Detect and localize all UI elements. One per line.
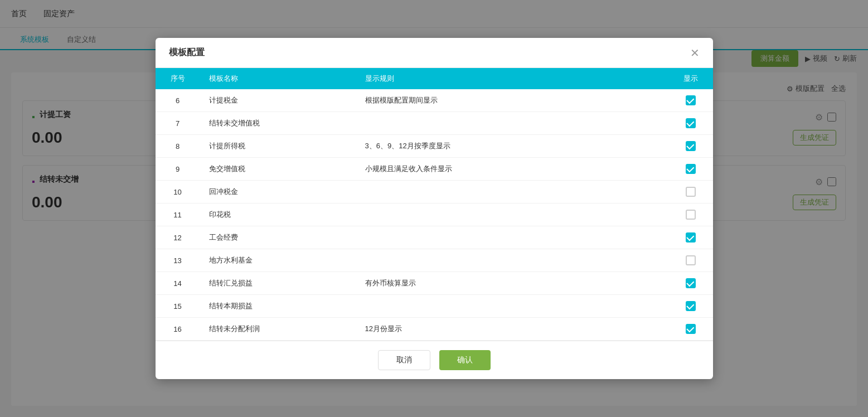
cell-name: 印花税 (200, 203, 356, 226)
cell-id: 14 (156, 272, 200, 295)
cell-checkbox[interactable] (668, 181, 713, 203)
table-row: 8 计提所得税 3、6、9、12月按季度显示 (156, 135, 713, 158)
table-row: 14 结转汇兑损益 有外币核算显示 (156, 272, 713, 295)
cell-name: 工会经费 (200, 226, 356, 249)
cell-name: 结转汇兑损益 (200, 272, 356, 295)
table-row: 6 计提税金 根据模版配置期间显示 (156, 89, 713, 112)
cell-rule (356, 226, 668, 249)
cell-checkbox[interactable] (668, 89, 713, 112)
modal-body: 序号 模板名称 显示规则 显示 6 计提税金 根据模版配置期间显示 7 结转未交… (156, 68, 713, 341)
cell-name: 计提所得税 (200, 135, 356, 158)
modal-footer: 取消 确认 (156, 341, 713, 379)
cell-name: 地方水利基金 (200, 249, 356, 272)
cell-name: 结转本期损益 (200, 295, 356, 318)
row-checkbox[interactable] (686, 118, 696, 128)
cell-checkbox[interactable] (668, 318, 713, 341)
cancel-button[interactable]: 取消 (378, 350, 430, 370)
cell-name: 免交增值税 (200, 158, 356, 181)
table-row: 10 回冲税金 (156, 181, 713, 203)
col-header-rule: 显示规则 (356, 68, 668, 89)
col-header-display: 显示 (668, 68, 713, 89)
cell-id: 12 (156, 226, 200, 249)
cell-checkbox[interactable] (668, 158, 713, 181)
row-checkbox[interactable] (686, 164, 696, 174)
modal-close-button[interactable]: ✕ (690, 47, 700, 59)
col-header-name: 模板名称 (200, 68, 356, 89)
cell-name: 结转未分配利润 (200, 318, 356, 341)
cell-checkbox[interactable] (668, 295, 713, 318)
cell-id: 11 (156, 203, 200, 226)
cell-rule (356, 249, 668, 272)
cell-rule: 12月份显示 (356, 318, 668, 341)
cell-id: 16 (156, 318, 200, 341)
cell-name: 计提税金 (200, 89, 356, 112)
cell-rule: 有外币核算显示 (356, 272, 668, 295)
table-row: 7 结转未交增值税 (156, 112, 713, 135)
row-checkbox[interactable] (686, 141, 696, 151)
cell-rule: 根据模版配置期间显示 (356, 89, 668, 112)
row-checkbox[interactable] (686, 95, 696, 105)
cell-checkbox[interactable] (668, 203, 713, 226)
cell-rule: 3、6、9、12月按季度显示 (356, 135, 668, 158)
confirm-button[interactable]: 确认 (439, 350, 491, 370)
cell-id: 15 (156, 295, 200, 318)
cell-rule: 小规模且满足收入条件显示 (356, 158, 668, 181)
table-row: 12 工会经费 (156, 226, 713, 249)
cell-checkbox[interactable] (668, 135, 713, 158)
cell-id: 10 (156, 181, 200, 203)
cell-rule (356, 203, 668, 226)
cell-id: 7 (156, 112, 200, 135)
row-checkbox[interactable] (686, 255, 696, 265)
cell-rule (356, 112, 668, 135)
cell-id: 8 (156, 135, 200, 158)
modal-title: 模板配置 (169, 47, 205, 59)
cell-rule (356, 295, 668, 318)
modal-template-config: 模板配置 ✕ 序号 模板名称 显示规则 显示 6 计提税金 根据模版配置期间显示 (156, 38, 713, 379)
col-header-id: 序号 (156, 68, 200, 89)
cell-id: 9 (156, 158, 200, 181)
table-row: 9 免交增值税 小规模且满足收入条件显示 (156, 158, 713, 181)
table-row: 13 地方水利基金 (156, 249, 713, 272)
table-row: 16 结转未分配利润 12月份显示 (156, 318, 713, 341)
config-table: 序号 模板名称 显示规则 显示 6 计提税金 根据模版配置期间显示 7 结转未交… (156, 68, 713, 341)
table-row: 15 结转本期损益 (156, 295, 713, 318)
cell-checkbox[interactable] (668, 226, 713, 249)
cell-checkbox[interactable] (668, 249, 713, 272)
cell-checkbox[interactable] (668, 112, 713, 135)
row-checkbox[interactable] (686, 301, 696, 311)
cell-id: 13 (156, 249, 200, 272)
table-row: 11 印花税 (156, 203, 713, 226)
cell-checkbox[interactable] (668, 272, 713, 295)
row-checkbox[interactable] (686, 278, 696, 288)
cell-id: 6 (156, 89, 200, 112)
row-checkbox[interactable] (686, 232, 696, 243)
cell-rule (356, 181, 668, 203)
row-checkbox[interactable] (686, 324, 696, 334)
cell-name: 结转未交增值税 (200, 112, 356, 135)
modal-header: 模板配置 ✕ (156, 38, 713, 68)
cell-name: 回冲税金 (200, 181, 356, 203)
row-checkbox[interactable] (686, 210, 696, 220)
row-checkbox[interactable] (686, 187, 696, 197)
